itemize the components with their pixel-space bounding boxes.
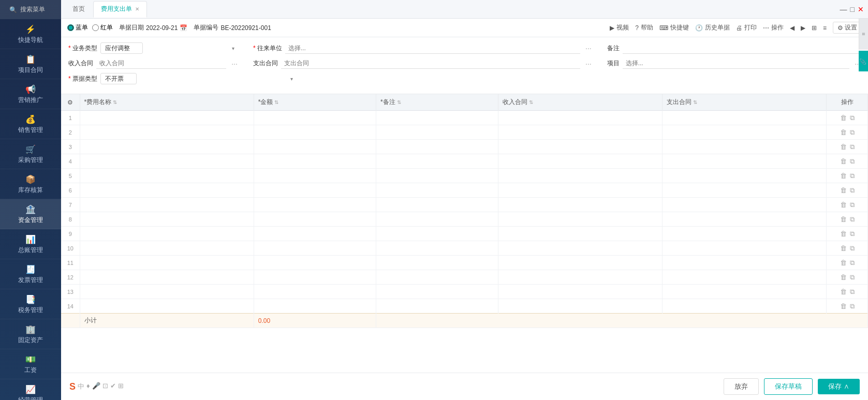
cell-income-contract[interactable] — [498, 299, 663, 314]
right-panel-tab2[interactable]: 📎 — [859, 51, 868, 71]
cell-expense-contract[interactable] — [663, 227, 827, 241]
copy-row-btn[interactable]: ⧉ — [850, 114, 855, 122]
sidebar-item-invoice[interactable]: 🧾 发票管理 — [0, 259, 61, 289]
cell-amount[interactable] — [254, 299, 376, 314]
sidebar-item-marketing[interactable]: 📢 营销推广 — [0, 79, 61, 109]
remark-input[interactable] — [623, 43, 861, 54]
cell-expense-name[interactable] — [80, 212, 254, 227]
video-btn[interactable]: ▶ 视频 — [610, 23, 629, 32]
cell-expense-contract[interactable] — [663, 285, 827, 299]
cell-amount[interactable] — [254, 125, 376, 140]
cell-expense-name[interactable] — [80, 125, 254, 140]
cell-income-contract[interactable] — [498, 241, 663, 256]
cell-remark[interactable] — [376, 270, 498, 285]
copy-row-btn[interactable]: ⧉ — [850, 143, 855, 151]
sidebar-item-quick-nav[interactable]: ⚡ 快捷导航 — [0, 19, 61, 49]
th-income-contract[interactable]: 收入合同 ⇅ — [498, 94, 663, 111]
copy-row-btn[interactable]: ⧉ — [850, 273, 855, 282]
cell-expense-contract[interactable] — [663, 169, 827, 183]
delete-row-btn[interactable]: 🗑 — [840, 288, 847, 295]
cell-expense-name[interactable] — [80, 227, 254, 241]
history-btn[interactable]: 🕐 历史单据 — [695, 23, 730, 32]
partner-input[interactable] — [285, 43, 580, 54]
list-view-btn[interactable]: ≡ — [823, 24, 827, 32]
cell-remark[interactable] — [376, 227, 498, 241]
cell-remark[interactable] — [376, 256, 498, 270]
delete-row-btn[interactable]: 🗑 — [840, 230, 847, 238]
copy-row-btn[interactable]: ⧉ — [850, 172, 855, 180]
delete-row-btn[interactable]: 🗑 — [840, 186, 847, 194]
sidebar-item-inventory[interactable]: 📦 库存核算 — [0, 169, 61, 199]
tab-home[interactable]: 首页 — [65, 1, 92, 18]
cell-expense-name[interactable] — [80, 154, 254, 169]
cell-amount[interactable] — [254, 198, 376, 212]
cell-remark[interactable] — [376, 125, 498, 140]
cell-amount[interactable] — [254, 227, 376, 241]
cell-remark[interactable] — [376, 154, 498, 169]
cell-income-contract[interactable] — [498, 154, 663, 169]
income-contract-dots[interactable]: ··· — [231, 60, 238, 68]
cell-expense-name[interactable] — [80, 183, 254, 198]
business-type-select[interactable]: 应付调整 — [100, 42, 143, 54]
cell-income-contract[interactable] — [498, 125, 663, 140]
cell-expense-contract[interactable] — [663, 125, 827, 140]
cell-expense-contract[interactable] — [663, 140, 827, 154]
delete-row-btn[interactable]: 🗑 — [840, 302, 847, 310]
help-btn[interactable]: ? 帮助 — [635, 23, 653, 32]
red-bill-radio[interactable]: 红单 — [92, 23, 113, 32]
cell-amount[interactable] — [254, 241, 376, 256]
cell-remark[interactable] — [376, 140, 498, 154]
delete-row-btn[interactable]: 🗑 — [840, 215, 847, 223]
cell-remark[interactable] — [376, 111, 498, 125]
cell-income-contract[interactable] — [498, 256, 663, 270]
cell-income-contract[interactable] — [498, 169, 663, 183]
delete-row-btn[interactable]: 🗑 — [840, 244, 847, 252]
cell-amount[interactable] — [254, 140, 376, 154]
cell-amount[interactable] — [254, 111, 376, 125]
cell-amount[interactable] — [254, 270, 376, 285]
copy-row-btn[interactable]: ⧉ — [850, 288, 855, 296]
copy-row-btn[interactable]: ⧉ — [850, 244, 855, 253]
cell-expense-name[interactable] — [80, 285, 254, 299]
cell-expense-name[interactable] — [80, 169, 254, 183]
cell-expense-contract[interactable] — [663, 299, 827, 314]
save-button[interactable]: 保存 ∧ — [818, 379, 860, 394]
delete-row-btn[interactable]: 🗑 — [840, 273, 847, 281]
cell-expense-name[interactable] — [80, 241, 254, 256]
delete-row-btn[interactable]: 🗑 — [840, 143, 847, 151]
cell-income-contract[interactable] — [498, 183, 663, 198]
cell-remark[interactable] — [376, 183, 498, 198]
cell-remark[interactable] — [376, 212, 498, 227]
delete-row-btn[interactable]: 🗑 — [840, 114, 847, 122]
cell-remark[interactable] — [376, 285, 498, 299]
print-btn[interactable]: 🖨 打印 — [736, 23, 757, 32]
cell-amount[interactable] — [254, 169, 376, 183]
blue-bill-radio[interactable]: 蓝单 — [67, 23, 88, 32]
delete-row-btn[interactable]: 🗑 — [840, 157, 847, 165]
cell-income-contract[interactable] — [498, 198, 663, 212]
cell-amount[interactable] — [254, 285, 376, 299]
window-maximize-icon[interactable]: □ — [850, 5, 855, 13]
cell-amount[interactable] — [254, 154, 376, 169]
sidebar-item-tax[interactable]: 📑 税务管理 — [0, 289, 61, 319]
window-close-icon[interactable]: ✕ — [858, 5, 864, 13]
operations-btn[interactable]: ⋯ 操作 — [763, 23, 784, 32]
cell-expense-contract[interactable] — [663, 212, 827, 227]
copy-row-btn[interactable]: ⧉ — [850, 186, 855, 195]
cell-expense-name[interactable] — [80, 256, 254, 270]
tab-expense[interactable]: 费用支出单 ✕ — [93, 1, 147, 18]
th-amount[interactable]: *金额 ⇅ — [254, 94, 376, 111]
tab-close-icon[interactable]: ✕ — [135, 6, 139, 12]
expense-contract-dots[interactable]: ··· — [585, 60, 592, 68]
sidebar-item-purchase[interactable]: 🛒 采购管理 — [0, 139, 61, 169]
sidebar-item-fixed-assets[interactable]: 🏢 固定资产 — [0, 319, 61, 349]
sidebar-search[interactable]: 🔍 搜索菜单 — [0, 0, 61, 19]
th-remark[interactable]: *备注 ⇅ — [376, 94, 498, 111]
invoice-type-select[interactable]: 不开票 — [100, 73, 137, 84]
copy-row-btn[interactable]: ⧉ — [850, 128, 855, 137]
cell-expense-name[interactable] — [80, 140, 254, 154]
income-contract-input[interactable] — [96, 58, 226, 69]
date-value[interactable]: 2022-09-21 — [146, 24, 178, 32]
sidebar-item-ledger[interactable]: 📊 总账管理 — [0, 229, 61, 259]
sidebar-item-capital[interactable]: 🏦 资金管理 — [0, 199, 61, 229]
